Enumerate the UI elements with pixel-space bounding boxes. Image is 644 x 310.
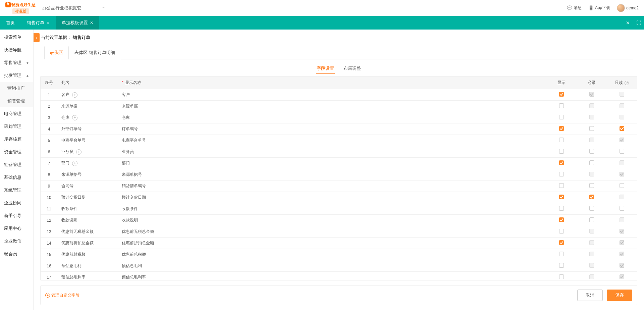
cell-name: 预估总毛利率	[57, 272, 118, 280]
content: 当前设置单据： 销售订单 表头区 表体区-销售订单明细 字段设置 布局调整 序号	[34, 30, 644, 310]
notice-toggle-icon[interactable]	[34, 33, 40, 42]
plus-icon[interactable]: +	[76, 149, 82, 155]
account-chevron-icon[interactable]: ﹀	[102, 5, 106, 11]
view-layout[interactable]: 布局调整	[343, 63, 362, 74]
cell-display[interactable]: 收款条件	[118, 203, 546, 215]
cell-display[interactable]: 优惠前总税额	[118, 249, 546, 260]
sidebar-item[interactable]: 电商管理	[0, 107, 33, 120]
messages-link[interactable]: 消息	[567, 5, 582, 11]
cell-display[interactable]: 客户	[118, 89, 546, 101]
checkbox[interactable]	[559, 229, 564, 234]
cancel-button[interactable]: 取消	[577, 290, 603, 301]
tab-首页[interactable]: 首页	[0, 16, 21, 30]
sidebar-item[interactable]: 企业微信	[0, 235, 33, 248]
checkbox[interactable]	[589, 126, 594, 131]
plus-icon[interactable]: +	[72, 161, 77, 166]
cell-display[interactable]: 仓库	[118, 112, 546, 123]
help-icon[interactable]: ?	[625, 81, 629, 85]
app-download-link[interactable]: App下载	[588, 5, 610, 11]
fullscreen-icon[interactable]: ⛶	[633, 20, 644, 25]
sidebar-item[interactable]: 系统管理	[0, 184, 33, 197]
cell-display[interactable]: 电商平台单号	[118, 135, 546, 146]
checkbox[interactable]	[559, 217, 564, 222]
cell-show	[546, 226, 577, 238]
checkbox[interactable]	[589, 195, 594, 199]
cell-display[interactable]: 预估总毛利率	[118, 272, 546, 280]
checkbox[interactable]	[559, 103, 564, 108]
checkbox[interactable]	[589, 160, 594, 165]
save-button[interactable]: 保存	[607, 290, 632, 301]
checkbox[interactable]	[559, 195, 564, 199]
checkbox	[620, 240, 624, 245]
cell-show	[546, 272, 577, 280]
sidebar-item[interactable]: 库存核算	[0, 133, 33, 146]
manage-custom-fields-link[interactable]: + 管理自定义字段	[45, 293, 79, 298]
sidebar-item[interactable]: 应用中心	[0, 222, 33, 235]
checkbox[interactable]	[559, 183, 564, 188]
brand-text: 畅捷通好生意	[11, 2, 36, 8]
checkbox[interactable]	[559, 252, 564, 256]
checkbox[interactable]	[559, 263, 564, 268]
checkbox[interactable]	[620, 183, 624, 188]
checkbox[interactable]	[589, 217, 594, 222]
sidebar-subitem[interactable]: 销售管理	[0, 95, 33, 107]
cell-display[interactable]: 预估总毛利	[118, 260, 546, 272]
checkbox[interactable]	[559, 240, 564, 245]
cell-name: 优惠前总税额	[57, 249, 118, 260]
checkbox[interactable]	[559, 160, 564, 165]
sidebar-item[interactable]: 搜索菜单	[0, 31, 33, 44]
sidebar-item[interactable]: 企业协同	[0, 197, 33, 209]
cell-display[interactable]: 优惠前无税总金额	[118, 226, 546, 238]
cell-display[interactable]: 来源单据号	[118, 169, 546, 180]
checkbox[interactable]	[589, 149, 594, 154]
cell-display[interactable]: 销货清单编号	[118, 180, 546, 192]
view-fields[interactable]: 字段设置	[316, 63, 335, 74]
checkbox[interactable]	[589, 183, 594, 188]
cell-name: 收款条件	[57, 203, 118, 215]
sidebar-subitem[interactable]: 营销推广	[0, 82, 33, 95]
sidebar-item[interactable]: 畅会员	[0, 248, 33, 260]
cell-readonly	[607, 249, 637, 260]
cell-display[interactable]: 来源单据	[118, 101, 546, 112]
table-row: 16预估总毛利预估总毛利	[41, 260, 637, 272]
sidebar-item[interactable]: 批发管理▲	[0, 69, 33, 82]
sidebar-item[interactable]: 零售管理▼	[0, 56, 33, 69]
checkbox[interactable]	[559, 149, 564, 154]
close-icon[interactable]: ✕	[90, 20, 93, 25]
sidebar-item[interactable]: 新手引导	[0, 209, 33, 222]
checkbox[interactable]	[620, 126, 624, 131]
checkbox[interactable]	[559, 92, 564, 97]
checkbox[interactable]	[559, 138, 564, 142]
sidebar-item[interactable]: 快捷导航	[0, 44, 33, 56]
sidebar-item[interactable]: 资金管理	[0, 146, 33, 158]
sidebar-item[interactable]: 采购管理	[0, 120, 33, 133]
checkbox[interactable]	[589, 206, 594, 211]
plus-icon[interactable]: +	[72, 92, 77, 98]
cell-readonly	[607, 180, 637, 192]
checkbox[interactable]	[559, 206, 564, 211]
cell-display[interactable]: 订单编号	[118, 123, 546, 135]
checkbox[interactable]	[620, 149, 624, 154]
tab-header-area[interactable]: 表头区	[44, 46, 69, 59]
cell-display[interactable]: 优惠前折扣总金额	[118, 238, 546, 249]
close-icon[interactable]: ✕	[46, 20, 50, 25]
checkbox[interactable]	[559, 274, 564, 279]
cell-name: 来源单据	[57, 101, 118, 112]
account-name[interactable]: 办公品行业模拟账套	[42, 5, 82, 11]
sidebar-item[interactable]: 经营管理	[0, 158, 33, 171]
cell-display[interactable]: 部门	[118, 158, 546, 169]
close-all-icon[interactable]: ✕	[623, 20, 633, 25]
checkbox[interactable]	[559, 172, 564, 176]
tab-detail-area[interactable]: 表体区-销售订单明细	[69, 46, 121, 59]
checkbox[interactable]	[559, 115, 564, 119]
cell-display[interactable]: 业务员	[118, 146, 546, 158]
sidebar-item[interactable]: 基础信息	[0, 171, 33, 184]
user-menu[interactable]: demo2	[617, 4, 639, 12]
tab-单据模板设置[interactable]: 单据模板设置✕	[56, 16, 99, 30]
cell-display[interactable]: 预计交货日期	[118, 192, 546, 203]
cell-display[interactable]: 收款说明	[118, 215, 546, 226]
checkbox[interactable]	[559, 126, 564, 131]
tab-销售订单[interactable]: 销售订单✕	[21, 16, 56, 30]
plus-icon[interactable]: +	[72, 115, 77, 120]
checkbox[interactable]	[620, 206, 624, 211]
